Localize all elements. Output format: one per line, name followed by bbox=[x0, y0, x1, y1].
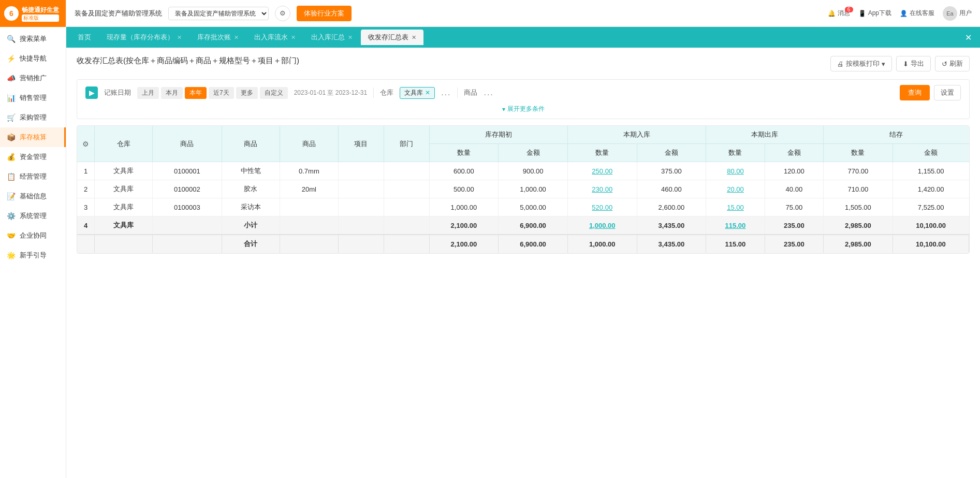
trial-button[interactable]: 体验行业方案 bbox=[297, 6, 352, 21]
cell-goods-name: 胶水 bbox=[222, 180, 280, 198]
cell-in-qty[interactable]: 520.00 bbox=[567, 198, 637, 216]
total-closing-amt: 10,100.00 bbox=[893, 235, 969, 253]
cell-closing-amt: 7,525.00 bbox=[893, 198, 969, 216]
phone-icon: 📱 bbox=[858, 10, 866, 17]
tabbar-close-all[interactable]: ✕ bbox=[961, 33, 976, 42]
tab-close-batch-account[interactable]: ✕ bbox=[234, 34, 239, 41]
user-label: 用户 bbox=[959, 9, 972, 18]
subtotal-row: 4 文具库 小计 2,100.00 6,900.00 1,000.00 3,43… bbox=[77, 216, 969, 235]
cell-in-qty[interactable]: 230.00 bbox=[567, 180, 637, 198]
date-btn-this-month[interactable]: 本月 bbox=[161, 87, 183, 99]
cell-out-qty[interactable]: 15.00 bbox=[706, 198, 765, 216]
sidebar-item-base-info[interactable]: 📝 基础信息 bbox=[0, 186, 66, 206]
avatar: Ea bbox=[943, 6, 957, 21]
cell-goods-name: 中性笔 bbox=[222, 162, 280, 180]
sidebar-item-purchase[interactable]: 🛒 采购管理 bbox=[0, 108, 66, 127]
tabbar: 首页 现存量（库存分布表） ✕ 库存批次账 ✕ 出入库流水 ✕ 出入库汇总 ✕ … bbox=[66, 27, 980, 48]
th-goods-code: 商品 bbox=[153, 126, 222, 162]
filter-settings-button[interactable]: 设置 bbox=[934, 85, 961, 100]
cart-icon: 🛒 bbox=[6, 113, 16, 122]
sidebar-item-inventory[interactable]: 📦 库存核算 bbox=[0, 127, 66, 147]
tab-batch-account[interactable]: 库存批次账 ✕ bbox=[190, 30, 246, 45]
system-select[interactable]: 装备及固定资产辅助管理系统 bbox=[168, 7, 269, 20]
cell-out-qty[interactable]: 80.00 bbox=[706, 162, 765, 180]
tab-close-receive-send[interactable]: ✕ bbox=[412, 34, 416, 41]
th-out-group: 本期出库 bbox=[706, 126, 824, 144]
sidebar-item-operations[interactable]: 📋 经营管理 bbox=[0, 167, 66, 186]
print-button[interactable]: 🖨 按模板打印 ▾ bbox=[830, 56, 892, 71]
date-btn-last-7-days[interactable]: 近7天 bbox=[209, 87, 234, 99]
sidebar-item-guide[interactable]: 🌟 新手引导 bbox=[0, 245, 66, 265]
cell-out-qty[interactable]: 20.00 bbox=[706, 180, 765, 198]
query-button[interactable]: 查询 bbox=[900, 85, 930, 100]
logo-icon: 6 bbox=[4, 6, 19, 21]
cell-goods-spec: 20ml bbox=[280, 180, 338, 198]
page: 收发存汇总表(按仓库＋商品编码＋商品＋规格型号＋项目＋部门) 🖨 按模板打印 ▾… bbox=[66, 48, 980, 478]
user-menu[interactable]: Ea 用户 bbox=[943, 6, 972, 21]
date-btn-custom[interactable]: 自定义 bbox=[260, 87, 288, 99]
filter-expand-row[interactable]: ▾ 展开更多条件 bbox=[85, 105, 961, 113]
export-button[interactable]: ⬇ 导出 bbox=[896, 56, 931, 71]
sidebar-item-search[interactable]: 🔍 搜索菜单 bbox=[0, 29, 66, 49]
filter-divider-2 bbox=[457, 88, 458, 98]
cell-warehouse: 文具库 bbox=[95, 198, 153, 216]
sidebar-item-finance[interactable]: 💰 资金管理 bbox=[0, 147, 66, 167]
logo-text: 畅捷通好生意 标准版 bbox=[22, 6, 59, 22]
cell-subtotal-in-amt: 3,435.00 bbox=[637, 216, 706, 235]
sidebar-item-quick-nav[interactable]: ⚡ 快捷导航 bbox=[0, 49, 66, 68]
cell-in-amt: 2,600.00 bbox=[637, 198, 706, 216]
cell-subtotal-opening-amt: 6,900.00 bbox=[499, 216, 568, 235]
app-download-button[interactable]: 📱 App下载 bbox=[858, 9, 891, 18]
cell-project bbox=[339, 180, 384, 198]
tab-inventory-dist[interactable]: 现存量（库存分布表） ✕ bbox=[99, 30, 189, 45]
expand-down-icon: ▾ bbox=[502, 106, 505, 113]
cell-project bbox=[339, 162, 384, 180]
notification-button[interactable]: 🔔 消息 6 bbox=[828, 9, 850, 18]
sidebar: 6 畅捷通好生意 标准版 🔍 搜索菜单 ⚡ 快捷导航 📣 营销推广 📊 销售管理… bbox=[0, 0, 66, 478]
filter-toggle-button[interactable]: ▶ bbox=[85, 86, 98, 99]
date-btn-more[interactable]: 更多 bbox=[236, 87, 258, 99]
sidebar-item-system[interactable]: ⚙️ 系统管理 bbox=[0, 206, 66, 226]
cell-goods-code: 0100002 bbox=[153, 180, 222, 198]
cell-warehouse: 文具库 bbox=[95, 180, 153, 198]
online-service-button[interactable]: 👤 在线客服 bbox=[900, 9, 934, 18]
cell-subtotal-out-qty[interactable]: 115.00 bbox=[706, 216, 765, 235]
sidebar-item-sales[interactable]: 📊 销售管理 bbox=[0, 88, 66, 108]
tab-receive-send[interactable]: 收发存汇总表 ✕ bbox=[361, 30, 423, 45]
tab-close-inventory-dist[interactable]: ✕ bbox=[177, 34, 182, 41]
tab-close-inout-summary[interactable]: ✕ bbox=[348, 34, 353, 41]
date-btn-this-year[interactable]: 本年 bbox=[185, 87, 207, 99]
cell-no: 3 bbox=[77, 198, 95, 216]
tab-inout-summary[interactable]: 出入库汇总 ✕ bbox=[304, 30, 360, 45]
column-settings-icon[interactable]: ⚙ bbox=[82, 140, 89, 148]
sidebar-item-enterprise[interactable]: 🤝 企业协同 bbox=[0, 226, 66, 245]
filter-actions: 查询 设置 bbox=[900, 85, 961, 100]
logo-badge: 标准版 bbox=[22, 15, 59, 22]
lightning-icon: ⚡ bbox=[6, 54, 16, 63]
page-title: 收发存汇总表(按仓库＋商品编码＋商品＋规格型号＋项目＋部门) bbox=[77, 56, 299, 66]
tab-inout-flow[interactable]: 出入库流水 ✕ bbox=[247, 30, 303, 45]
cell-in-amt: 375.00 bbox=[637, 162, 706, 180]
content-area: 收发存汇总表(按仓库＋商品编码＋商品＋规格型号＋项目＋部门) 🖨 按模板打印 ▾… bbox=[66, 48, 980, 478]
cell-in-qty[interactable]: 250.00 bbox=[567, 162, 637, 180]
tab-close-inout-flow[interactable]: ✕ bbox=[291, 34, 296, 41]
notepad-icon: 📝 bbox=[6, 192, 16, 200]
refresh-button[interactable]: ↺ 刷新 bbox=[935, 56, 970, 71]
goods-more-dots[interactable]: ... bbox=[484, 88, 493, 97]
filter-bar: ▶ 记账日期 上月 本月 本年 近7天 更多 自定义 2023-01-01 至 … bbox=[77, 79, 970, 119]
warehouse-filter-label: 仓库 bbox=[380, 88, 393, 97]
cell-subtotal-in-qty[interactable]: 1,000.00 bbox=[567, 216, 637, 235]
data-table: ⚙ 仓库 商品 商品 商品 项目 部门 库存期初 本期入库 本期出库 结存 bbox=[77, 125, 970, 254]
tab-home[interactable]: 首页 bbox=[70, 30, 98, 45]
warehouse-more-dots[interactable]: ... bbox=[441, 88, 451, 97]
th-goods-name: 商品 bbox=[222, 126, 280, 162]
total-closing-qty: 2,985.00 bbox=[824, 235, 893, 253]
date-btn-last-month[interactable]: 上月 bbox=[137, 87, 159, 99]
warehouse-tag-close[interactable]: ✕ bbox=[425, 89, 430, 96]
sidebar-item-marketing[interactable]: 📣 营销推广 bbox=[0, 68, 66, 88]
cell-goods-code: 0100001 bbox=[153, 162, 222, 180]
topbar-settings-button[interactable]: ⚙ bbox=[275, 6, 290, 21]
th-closing-qty: 数量 bbox=[824, 144, 893, 162]
th-settings: ⚙ bbox=[77, 126, 95, 162]
cell-subtotal-closing-qty: 2,985.00 bbox=[824, 216, 893, 235]
